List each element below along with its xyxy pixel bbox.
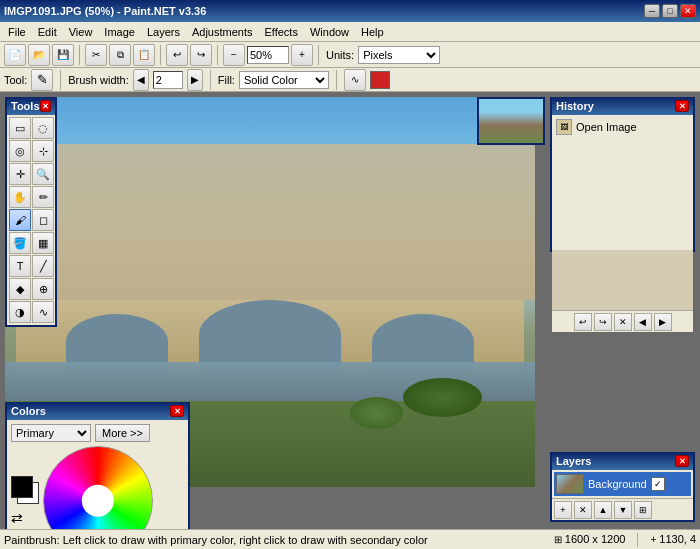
bridge-arch-2	[199, 300, 341, 370]
color-swatches: ⇄	[11, 476, 39, 526]
minimize-button[interactable]: ─	[644, 4, 660, 18]
redo-button[interactable]: ↪	[190, 44, 212, 66]
layers-panel-close[interactable]: ✕	[675, 455, 689, 467]
tools-panel: Tools ✕ ▭ ◌ ◎ ⊹ ✛ 🔍 ✋ ✏ 🖌 ◻ 🪣 ▦ T ╱ ◆ ⊕ …	[5, 97, 57, 327]
history-nav-right[interactable]: ▶	[654, 313, 672, 331]
brush-width-decrease[interactable]: ◀	[133, 69, 149, 91]
menu-layers[interactable]: Layers	[141, 24, 186, 40]
close-button[interactable]: ✕	[680, 4, 696, 18]
menu-help[interactable]: Help	[355, 24, 390, 40]
history-panel-title: History ✕	[552, 97, 693, 115]
toolbar: 📄 📂 💾 ✂ ⧉ 📋 ↩ ↪ − 50% + Units: Pixels In…	[0, 42, 700, 68]
foreground-color-swatch[interactable]	[11, 476, 33, 498]
layers-panel: Layers ✕ Background ✓ + ✕ ▲ ▼ ⊞	[550, 452, 695, 522]
status-message: Paintbrush: Left click to draw with prim…	[4, 534, 554, 546]
tool-clone-stamp[interactable]: ⊕	[32, 278, 54, 300]
tool-ellipse-select[interactable]: ◎	[9, 140, 31, 162]
colors-panel-close[interactable]: ✕	[170, 405, 184, 417]
tool-zoom[interactable]: 🔍	[32, 163, 54, 185]
fill-select[interactable]: Solid Color Linear Gradient Radial Gradi…	[239, 71, 329, 89]
tool-options-sep-2	[210, 70, 211, 90]
tool-text[interactable]: T	[9, 255, 31, 277]
more-colors-button[interactable]: More >>	[95, 424, 150, 442]
layer-add-btn[interactable]: +	[554, 501, 572, 519]
history-clear-btn[interactable]: ✕	[614, 313, 632, 331]
window-title: IMGP1091.JPG (50%) - Paint.NET v3.36	[4, 5, 206, 17]
buildings-bg	[5, 144, 535, 300]
history-toolbar: ↩ ↪ ✕ ◀ ▶	[552, 310, 693, 332]
tool-paint-bucket[interactable]: 🪣	[9, 232, 31, 254]
tool-shape[interactable]: ◆	[9, 278, 31, 300]
cut-button[interactable]: ✂	[85, 44, 107, 66]
layer-delete-btn[interactable]: ✕	[574, 501, 592, 519]
color-mode-select[interactable]: Primary Secondary	[11, 424, 91, 442]
tool-recolor[interactable]: ◑	[9, 301, 31, 323]
current-tool-icon: ✎	[31, 69, 53, 91]
history-item[interactable]: 🖼 Open Image	[554, 117, 691, 137]
tool-paintbrush[interactable]: 🖌	[9, 209, 31, 231]
zoom-out-button[interactable]: −	[223, 44, 245, 66]
menu-image[interactable]: Image	[98, 24, 141, 40]
save-button[interactable]: 💾	[52, 44, 74, 66]
toolbar-separator-1	[79, 45, 80, 65]
history-panel-close[interactable]: ✕	[675, 100, 689, 112]
history-undo-btn[interactable]: ↩	[574, 313, 592, 331]
menu-adjustments[interactable]: Adjustments	[186, 24, 259, 40]
units-select[interactable]: Pixels Inches Centimeters	[358, 46, 440, 64]
history-thumbnail-area	[552, 250, 693, 310]
layer-up-btn[interactable]: ▲	[594, 501, 612, 519]
tools-grid: ▭ ◌ ◎ ⊹ ✛ 🔍 ✋ ✏ 🖌 ◻ 🪣 ▦ T ╱ ◆ ⊕ ◑ ∿	[7, 115, 55, 325]
layer-item[interactable]: Background ✓	[554, 472, 691, 496]
tool-eraser[interactable]: ◻	[32, 209, 54, 231]
history-redo-btn[interactable]: ↪	[594, 313, 612, 331]
tool-rectangle-select[interactable]: ▭	[9, 117, 31, 139]
fill-label: Fill:	[218, 74, 235, 86]
zoom-input[interactable]: 50%	[247, 46, 289, 64]
menu-bar: File Edit View Image Layers Adjustments …	[0, 22, 700, 42]
tool-gradient[interactable]: ▦	[32, 232, 54, 254]
history-content: 🖼 Open Image	[552, 115, 693, 250]
tool-lasso-select[interactable]: ◌	[32, 117, 54, 139]
tree-1	[403, 378, 483, 417]
menu-window[interactable]: Window	[304, 24, 355, 40]
layer-down-btn[interactable]: ▼	[614, 501, 632, 519]
tool-blur[interactable]: ∿	[32, 301, 54, 323]
title-bar: IMGP1091.JPG (50%) - Paint.NET v3.36 ─ □…	[0, 0, 700, 22]
tool-magic-wand[interactable]: ⊹	[32, 140, 54, 162]
tool-move[interactable]: ✛	[9, 163, 31, 185]
menu-effects[interactable]: Effects	[259, 24, 304, 40]
copy-button[interactable]: ⧉	[109, 44, 131, 66]
layer-merge-btn[interactable]: ⊞	[634, 501, 652, 519]
layers-toolbar: + ✕ ▲ ▼ ⊞	[552, 498, 693, 520]
status-separator	[637, 533, 638, 547]
maximize-button[interactable]: □	[662, 4, 678, 18]
color-wheel-cursor	[96, 506, 102, 512]
brush-width-input[interactable]	[153, 71, 183, 89]
undo-button[interactable]: ↩	[166, 44, 188, 66]
tool-line[interactable]: ╱	[32, 255, 54, 277]
zoom-in-button[interactable]: +	[291, 44, 313, 66]
open-button[interactable]: 📂	[28, 44, 50, 66]
menu-view[interactable]: View	[63, 24, 99, 40]
title-bar-controls: ─ □ ✕	[644, 4, 696, 18]
toolbar-separator-4	[318, 45, 319, 65]
menu-edit[interactable]: Edit	[32, 24, 63, 40]
main-area: Tools ✕ ▭ ◌ ◎ ⊹ ✛ 🔍 ✋ ✏ 🖌 ◻ 🪣 ▦ T ╱ ◆ ⊕ …	[0, 92, 700, 529]
tools-panel-close[interactable]: ✕	[40, 100, 51, 112]
menu-file[interactable]: File	[2, 24, 32, 40]
layer-visibility-check[interactable]: ✓	[651, 477, 665, 491]
color-indicator[interactable]	[370, 71, 390, 89]
colors-panel-title: Colors ✕	[7, 402, 188, 420]
brush-width-increase[interactable]: ▶	[187, 69, 203, 91]
history-nav-left[interactable]: ◀	[634, 313, 652, 331]
paste-button[interactable]: 📋	[133, 44, 155, 66]
thumbnail-preview	[477, 97, 545, 145]
tool-options-bar: Tool: ✎ Brush width: ◀ ▶ Fill: Solid Col…	[0, 68, 700, 92]
tool-options-sep-1	[60, 70, 61, 90]
status-dimensions: ⊞ 1600 x 1200	[554, 533, 626, 547]
swap-colors-button[interactable]: ⇄	[11, 510, 39, 526]
tool-pan[interactable]: ✋	[9, 186, 31, 208]
tool-pencil[interactable]: ✏	[32, 186, 54, 208]
new-button[interactable]: 📄	[4, 44, 26, 66]
curve-type-button[interactable]: ∿	[344, 69, 366, 91]
